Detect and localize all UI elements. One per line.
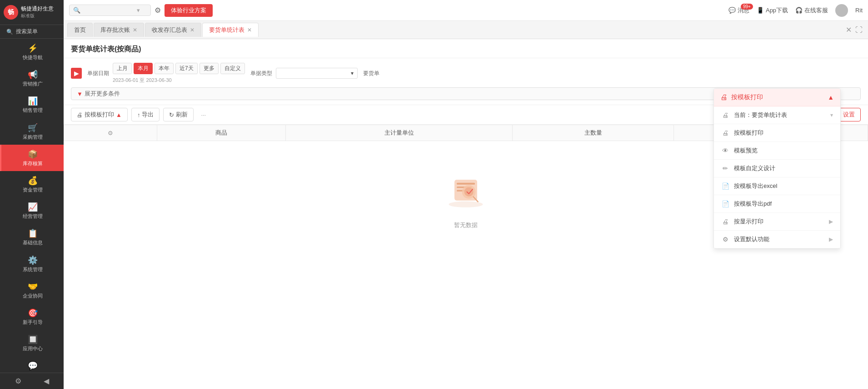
topbar-search[interactable]: 🔍 ▾: [69, 5, 151, 16]
tab-close-receipt-summary[interactable]: ✕: [190, 27, 195, 33]
sales-label: 销售管理: [23, 107, 43, 113]
system-label: 系统管理: [23, 267, 43, 273]
date-btn-本月[interactable]: 本月: [134, 63, 153, 74]
print-dropdown-menu: 🖨 按模板打印 ▲ 🖨 当前：要货单统计表 ▾ 🖨 按模板打印 👁 模板预览 ✏: [713, 88, 841, 249]
apps-icon: 🔲: [28, 334, 38, 344]
more-options-icon[interactable]: ···: [197, 110, 210, 120]
template-excel-icon: 📄: [721, 182, 729, 190]
username: Rit: [855, 7, 863, 14]
tab-close-inventory-batch[interactable]: ✕: [133, 27, 137, 33]
sidebar-item-basic[interactable]: 📋基础信息: [0, 224, 64, 250]
date-btn-上月[interactable]: 上月: [113, 63, 132, 74]
refresh-icon: ↻: [169, 111, 174, 118]
sidebar-item-quick-nav[interactable]: ⚡快捷导航: [0, 39, 64, 65]
empty-text: 暂无数据: [454, 221, 478, 229]
close-window-icon[interactable]: ✕: [846, 25, 852, 34]
tab-close-order-stats[interactable]: ✕: [247, 27, 252, 33]
set-default-left: ⚙ 设置默认功能: [721, 235, 769, 243]
sidebar-item-sales[interactable]: 📊销售管理: [0, 91, 64, 118]
dropdown-collapse-icon: ▲: [828, 94, 834, 101]
date-btn-更多[interactable]: 更多: [200, 63, 219, 74]
tab-receipt-summary[interactable]: 收发存汇总表✕: [145, 23, 201, 37]
doc-type-select[interactable]: ▾: [276, 68, 358, 79]
dropdown-item-template-print[interactable]: 🖨 按模板打印: [714, 124, 840, 142]
current-arrow-icon: ▾: [830, 112, 833, 118]
tab-order-stats[interactable]: 要货单统计表✕: [202, 23, 259, 37]
sidebar-item-finance[interactable]: 💰资金管理: [0, 171, 64, 197]
sidebar-item-guide[interactable]: 🎯新手引导: [0, 303, 64, 330]
topbar-search-icon: 🔍: [73, 7, 80, 14]
main-area: 🔍 ▾ ⚙ 体验行业方案 💬 消息 99+ 📱 App下载 🎧 在线客服 Rit: [64, 0, 868, 389]
app-logo: 畅 畅捷通好生意 标准版: [0, 0, 64, 25]
svg-rect-2: [457, 183, 475, 185]
filter-row: ▶ 单据日期 上月本月本年近7天更多自定义2023-06-01 至 2023-0…: [71, 63, 861, 84]
order-type-filter-group: 要货单: [363, 70, 379, 77]
date-btn-本年[interactable]: 本年: [155, 63, 174, 74]
display-print-left: 🖨 按显示打印: [721, 217, 763, 226]
dropdown-item-template-design[interactable]: ✏ 模板自定义设计: [714, 160, 840, 177]
sidebar-nav: ⚡快捷导航📢营销推广📊销售管理🛒采购管理📦库存核算💰资金管理📈经营管理📋基础信息…: [0, 39, 64, 373]
sidebar: 畅 畅捷通好生意 标准版 🔍 搜索菜单 ⚡快捷导航📢营销推广📊销售管理🛒采购管理…: [0, 0, 64, 389]
topbar-search-input[interactable]: [80, 7, 135, 14]
dropdown-header[interactable]: 🖨 按模板打印 ▲: [714, 89, 840, 106]
filter-expand-icon[interactable]: ▶: [71, 68, 82, 79]
print-template-btn[interactable]: 🖨 按模板打印 ▲: [71, 108, 128, 121]
dropdown-item-template-pdf[interactable]: 📄 按模板导出pdf: [714, 195, 840, 213]
search-menu[interactable]: 🔍 搜索菜单: [0, 25, 64, 39]
collapse-icon[interactable]: ◀: [44, 377, 49, 385]
dropdown-item-set-default[interactable]: ⚙ 设置默认功能 ▶: [714, 231, 840, 248]
online-service-btn[interactable]: 🎧 在线客服: [795, 6, 828, 15]
sidebar-item-wechat[interactable]: 💬企业微信: [0, 356, 64, 373]
trial-button[interactable]: 体验行业方案: [165, 4, 213, 17]
tab-inventory-batch[interactable]: 库存批次账✕: [94, 23, 144, 37]
export-btn[interactable]: ↑ 导出: [131, 108, 160, 121]
refresh-btn[interactable]: ↻ 刷新: [163, 108, 194, 121]
app-download-btn[interactable]: 📱 App下载: [757, 6, 788, 15]
wechat-icon: 💬: [28, 361, 38, 371]
sidebar-item-inventory[interactable]: 📦库存核算: [0, 145, 64, 171]
avatar[interactable]: [835, 4, 848, 17]
basic-label: 基础信息: [23, 240, 43, 246]
apps-label: 应用中心: [23, 346, 43, 352]
inventory-icon: 📦: [28, 149, 38, 159]
date-buttons: 上月本月本年近7天更多自定义2023-06-01 至 2023-06-30: [113, 63, 245, 84]
tab-home[interactable]: 首页: [67, 23, 93, 37]
sidebar-item-marketing[interactable]: 📢营销推广: [0, 65, 64, 91]
settings-icon[interactable]: ⚙: [15, 377, 21, 385]
topbar-gear-icon[interactable]: ⚙: [155, 6, 161, 15]
logo-icon: 畅: [4, 5, 18, 20]
marketing-icon: 📢: [28, 70, 38, 80]
date-filter-group: 单据日期 上月本月本年近7天更多自定义2023-06-01 至 2023-06-…: [87, 63, 245, 84]
basic-icon: 📋: [28, 228, 38, 238]
operations-icon: 📈: [28, 202, 38, 212]
template-print-icon: 🖨: [721, 129, 729, 136]
app-name: 畅捷通好生意: [21, 5, 54, 13]
app-edition: 标准版: [21, 13, 54, 19]
col-header-gear[interactable]: ⚙: [64, 125, 157, 141]
sidebar-item-apps[interactable]: 🔲应用中心: [0, 330, 64, 356]
dropdown-item-template-preview[interactable]: 👁 模板预览: [714, 142, 840, 160]
dropdown-item-display-print[interactable]: 🖨 按显示打印 ▶: [714, 213, 840, 231]
topbar-search-dropdown-icon[interactable]: ▾: [137, 7, 140, 14]
sidebar-item-collab[interactable]: 🤝企业协同: [0, 277, 64, 303]
messages-btn[interactable]: 💬 消息 99+: [728, 6, 749, 15]
maximize-window-icon[interactable]: ⛶: [855, 26, 863, 34]
dropdown-item-template-excel[interactable]: 📄 按模板导出excel: [714, 177, 840, 195]
doc-type-dropdown-icon: ▾: [351, 70, 354, 76]
topbar-right: 💬 消息 99+ 📱 App下载 🎧 在线客服 Rit: [728, 4, 863, 17]
sidebar-item-system[interactable]: ⚙️系统管理: [0, 251, 64, 277]
table-gear-icon[interactable]: ⚙: [108, 130, 113, 136]
date-btn-自定义[interactable]: 自定义: [220, 63, 245, 74]
sidebar-item-purchase[interactable]: 🛒采购管理: [0, 118, 64, 145]
template-pdf-icon: 📄: [721, 200, 729, 207]
col-header-unit: 主计量单位: [285, 125, 512, 141]
system-icon: ⚙️: [28, 255, 38, 265]
sidebar-footer: ⚙ ◀: [0, 373, 64, 389]
service-icon: 🎧: [795, 7, 803, 14]
download-icon: 📱: [757, 7, 764, 14]
sidebar-item-operations[interactable]: 📈经营管理: [0, 197, 64, 224]
empty-illustration: [443, 168, 489, 214]
dropdown-item-current[interactable]: 🖨 当前：要货单统计表 ▾: [714, 106, 840, 124]
date-btn-近7天[interactable]: 近7天: [175, 63, 198, 74]
operations-label: 经营管理: [23, 213, 43, 219]
